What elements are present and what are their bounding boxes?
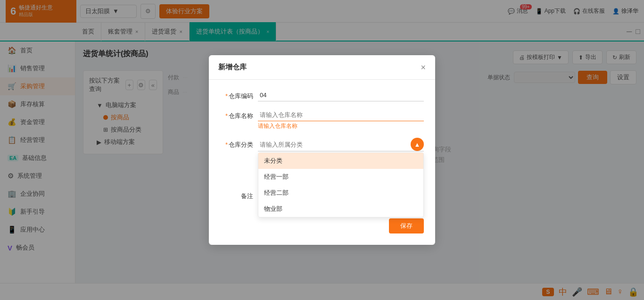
dropdown-item-property[interactable]: 物业部 — [258, 201, 423, 217]
category-dropdown-toggle[interactable]: ▲ — [411, 138, 424, 151]
modal-overlay: 新增仓库 × 仓库编码 仓库名称 请输入仓库名称 仓库分类 — [0, 0, 644, 300]
category-input-row: ▲ — [258, 138, 424, 151]
category-input[interactable] — [258, 139, 411, 150]
dropdown-item-dept1[interactable]: 经营一部 — [258, 169, 423, 185]
form-row-category: 仓库分类 ▲ 未分类 经营一部 经营二部 物业部 — [220, 138, 424, 151]
category-label: 仓库分类 — [220, 138, 258, 149]
modal-close-btn[interactable]: × — [421, 63, 426, 72]
dropdown-item-unclassified[interactable]: 未分类 — [258, 153, 423, 169]
code-label: 仓库编码 — [220, 89, 258, 100]
modal-footer: 保存 — [209, 218, 435, 233]
code-input[interactable] — [258, 89, 424, 101]
save-button[interactable]: 保存 — [389, 218, 424, 233]
form-row-name: 仓库名称 请输入仓库名称 — [220, 109, 424, 130]
modal-body: 仓库编码 仓库名称 请输入仓库名称 仓库分类 ▲ — [209, 80, 435, 218]
name-field-wrap: 请输入仓库名称 — [258, 109, 424, 130]
modal-header: 新增仓库 × — [209, 55, 435, 80]
name-label: 仓库名称 — [220, 109, 258, 120]
name-input[interactable] — [258, 109, 424, 121]
name-error-msg: 请输入仓库名称 — [258, 122, 424, 130]
dropdown-item-dept2[interactable]: 经营二部 — [258, 185, 423, 201]
modal-new-warehouse: 新增仓库 × 仓库编码 仓库名称 请输入仓库名称 仓库分类 — [209, 55, 435, 245]
category-dropdown: 未分类 经营一部 经营二部 物业部 — [258, 152, 424, 217]
modal-title: 新增仓库 — [218, 63, 247, 72]
chevron-up-icon: ▲ — [414, 141, 421, 148]
category-select-wrap: ▲ 未分类 经营一部 经营二部 物业部 — [258, 138, 424, 151]
note-label: 备注 — [220, 189, 258, 200]
form-row-code: 仓库编码 — [220, 89, 424, 101]
